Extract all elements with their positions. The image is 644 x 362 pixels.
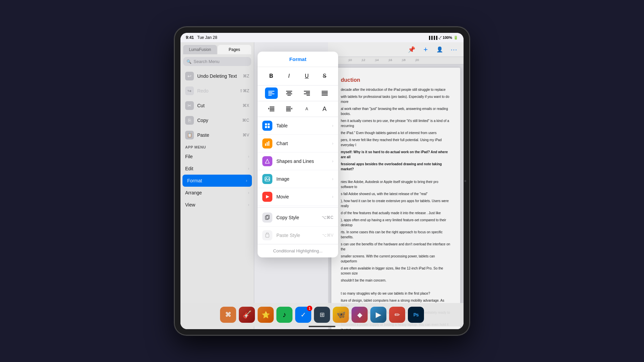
align-left-button[interactable]: [265, 87, 278, 99]
svg-rect-12: [322, 91, 328, 92]
nav-file-label: File: [185, 154, 193, 159]
indent-increase-button[interactable]: [283, 103, 296, 115]
signal-icon: ▐▐▐▐: [428, 36, 437, 40]
svg-marker-20: [268, 108, 269, 110]
nav-item-edit[interactable]: Edit ›: [180, 163, 254, 175]
menu-item-undo[interactable]: ↩ Undo Deleting Text ⌘Z: [180, 69, 254, 83]
doc-p-12: d of the few features that actually made…: [341, 210, 451, 216]
pin-tool-button[interactable]: 📌: [406, 44, 417, 55]
doc-paragraph-bold-2: fessional apps besides the overloaded dr…: [341, 162, 451, 172]
collaborate-button[interactable]: 👤: [434, 44, 445, 55]
search-bar[interactable]: 🔍 Search Menu: [183, 57, 251, 66]
ipad-screen: 9:41 Tue Jan 28 ▐▐▐▐ ◟◜ 100% 🔋 LumaFusio…: [180, 33, 464, 329]
svg-rect-23: [286, 109, 291, 110]
doc-p-11: ), how hard it can be to create extensiv…: [341, 198, 451, 208]
menu-item-copy[interactable]: ⎘ Copy ⌘C: [180, 113, 254, 128]
format-style-toolbar: B I U S: [258, 67, 338, 85]
dock-app-keynote[interactable]: ▶: [370, 307, 386, 323]
doc-p-15: s can use the benefits of the hardware a…: [341, 242, 451, 252]
svg-rect-27: [268, 123, 270, 125]
movie-label: Movie: [276, 194, 328, 199]
copy-style-button[interactable]: Copy Style ⌥⌘C: [258, 209, 338, 227]
chart-chevron-icon: ›: [332, 141, 333, 146]
dock-app-notchit[interactable]: ✏: [389, 307, 405, 323]
svg-rect-15: [322, 95, 328, 96]
svg-rect-26: [265, 123, 267, 125]
chevron-right-icon: ›: [248, 202, 249, 207]
dock-app-marble[interactable]: ◆: [352, 307, 368, 323]
format-menu-chart[interactable]: Chart ›: [258, 135, 338, 153]
text-tools-toolbar: A A: [258, 101, 338, 117]
cut-icon: ✂: [185, 101, 194, 110]
dock-app-commands[interactable]: ⊞: [314, 307, 330, 323]
document-page: duction decade after the introduction of…: [331, 68, 460, 329]
svg-rect-9: [306, 92, 310, 93]
svg-rect-39: [266, 234, 269, 237]
tab-pages[interactable]: Pages: [218, 45, 252, 54]
svg-rect-5: [287, 92, 291, 93]
redo-icon: ↪: [185, 86, 194, 95]
doc-paragraph-1: decade after the introduction of the iPa…: [341, 87, 451, 92]
chevron-right-icon: ›: [248, 190, 249, 195]
document-content-area: duction decade after the introduction of…: [328, 64, 464, 329]
align-center-button[interactable]: [283, 87, 296, 99]
dock-app-reeder[interactable]: ⭐: [258, 307, 274, 323]
movie-icon: [262, 192, 272, 202]
svg-rect-30: [265, 143, 266, 146]
add-tool-button[interactable]: +: [420, 44, 431, 55]
chevron-right-icon: ›: [248, 166, 249, 171]
paste-style-label: Paste Style: [276, 233, 318, 238]
format-menu-table[interactable]: Table ›: [258, 117, 338, 135]
time-display: 9:41: [186, 35, 194, 40]
nav-item-view[interactable]: View ›: [180, 199, 254, 211]
menu-items-list: ↩ Undo Deleting Text ⌘Z ↪ Redo ⇧⌘Z ✂ Cut: [180, 69, 254, 329]
menu-item-redo[interactable]: ↪ Redo ⇧⌘Z: [180, 83, 254, 98]
ruler-mark: 14: [375, 59, 388, 62]
svg-marker-36: [266, 195, 269, 198]
dock-app-spotify[interactable]: ♪: [276, 307, 292, 323]
dock-app-omnifocus[interactable]: ✓ 1: [295, 307, 311, 323]
font-size-up-button[interactable]: A: [318, 103, 331, 115]
menu-item-paste[interactable]: 📋 Paste ⌘V: [180, 128, 254, 142]
format-menu-image[interactable]: Image ›: [258, 170, 338, 188]
alignment-toolbar: [258, 85, 338, 101]
svg-rect-31: [267, 142, 268, 146]
align-justify-button[interactable]: [318, 87, 331, 99]
format-divider: [258, 207, 338, 207]
italic-button[interactable]: I: [283, 70, 296, 82]
dock-app-patterned[interactable]: 🦋: [333, 307, 349, 323]
ruler: 8 10 12 14 16 18 20: [328, 57, 464, 64]
ipad-frame: 9:41 Tue Jan 28 ▐▐▐▐ ◟◜ 100% 🔋 LumaFusio…: [174, 27, 470, 335]
conditional-highlighting-button[interactable]: Conditional Highlighting...: [258, 244, 338, 257]
align-right-button[interactable]: [301, 87, 313, 99]
more-options-button[interactable]: ⋯: [448, 44, 460, 55]
movie-chevron-icon: ›: [332, 194, 333, 199]
image-label: Image: [276, 176, 328, 182]
dock: ⌘ 🎸 ⭐ ♪ ✓ 1 ⊞ 🦋 ◆ ▶ ✏ Ps: [180, 303, 464, 326]
menu-item-cut[interactable]: ✂ Cut ⌘X: [180, 98, 254, 113]
paste-shortcut: ⌘V: [243, 133, 249, 137]
app-tabs: LumaFusion Pages: [180, 42, 254, 54]
search-placeholder: Search Menu: [194, 59, 219, 64]
dock-app-guitar[interactable]: 🎸: [239, 307, 255, 323]
indent-decrease-button[interactable]: [265, 103, 278, 115]
font-size-down-button[interactable]: A: [301, 103, 313, 115]
paste-label: Paste: [197, 132, 209, 138]
paste-style-button[interactable]: Paste Style ⌥⌘V: [258, 227, 338, 244]
format-menu-shapes[interactable]: Shapes and Lines ›: [258, 153, 338, 170]
image-icon: [262, 174, 272, 184]
paste-icon: 📋: [185, 131, 194, 139]
nav-item-format[interactable]: Format ›: [182, 175, 252, 187]
dock-app-photoshop[interactable]: Ps: [408, 307, 424, 323]
nav-item-arrange[interactable]: Arrange ›: [180, 187, 254, 199]
strikethrough-button[interactable]: S: [318, 70, 331, 82]
dock-app-shortcuts[interactable]: ⌘: [220, 307, 236, 323]
svg-point-35: [266, 178, 267, 179]
underline-button[interactable]: U: [301, 70, 313, 82]
tab-lumafusion[interactable]: LumaFusion: [183, 45, 217, 54]
shapes-chevron-icon: ›: [332, 159, 333, 164]
nav-item-file[interactable]: File ›: [180, 150, 254, 163]
format-menu-movie[interactable]: Movie ›: [258, 188, 338, 206]
copy-style-label: Copy Style: [276, 215, 318, 220]
bold-button[interactable]: B: [265, 70, 278, 82]
